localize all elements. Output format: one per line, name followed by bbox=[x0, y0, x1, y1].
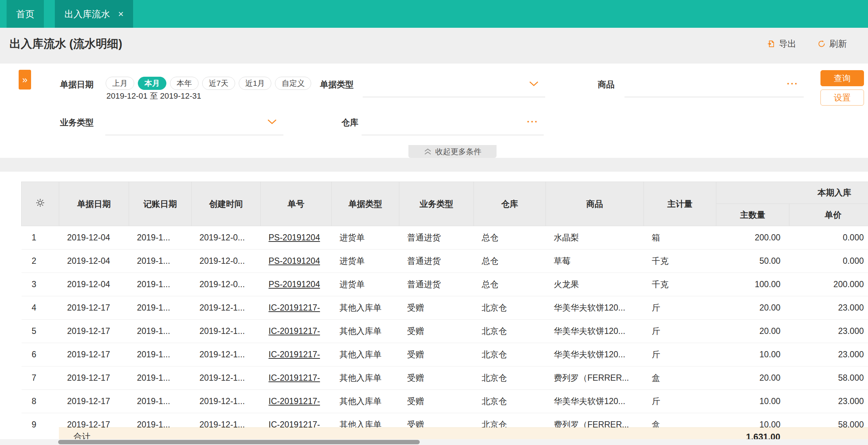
col-header-qty[interactable]: 主数量 bbox=[716, 204, 789, 226]
warehouse-input[interactable]: ··· bbox=[362, 116, 544, 135]
table-row: 62019-12-172019-1...2019-12-1...IC-20191… bbox=[22, 343, 868, 366]
drawer-collapse-button[interactable]: » bbox=[19, 70, 31, 90]
chevron-down-icon bbox=[529, 81, 539, 86]
warehouse-cell: 北京仓 bbox=[474, 320, 546, 343]
doc-no-link[interactable]: IC-20191217- bbox=[269, 373, 320, 383]
doc-date-cell: 2019-12-17 bbox=[59, 390, 129, 413]
doc-no-link[interactable]: IC-20191217- bbox=[269, 350, 320, 359]
more-ellipsis-icon[interactable]: ··· bbox=[787, 78, 799, 90]
create-time-cell: 2019-12-1... bbox=[192, 320, 261, 343]
row-index: 5 bbox=[22, 320, 59, 343]
table-row: 72019-12-172019-1...2019-12-1...IC-20191… bbox=[22, 366, 868, 390]
biz-type-cell: 受赠 bbox=[399, 390, 474, 413]
unit-cell: 斤 bbox=[644, 390, 716, 413]
export-button[interactable]: 导出 bbox=[767, 38, 796, 50]
qty-cell: 20.00 bbox=[716, 366, 789, 390]
filter-panel: » 单据日期 上月 本月 本年 近7天 近1月 自定义 2019-12-01 至… bbox=[0, 64, 868, 158]
doc-no-link[interactable]: IC-20191217- bbox=[269, 303, 320, 312]
col-header-doc-date[interactable]: 单据日期 bbox=[59, 182, 129, 226]
doc-no-link[interactable]: IC-20191217- bbox=[269, 396, 320, 406]
doc-no-link[interactable]: PS-20191204 bbox=[269, 256, 320, 266]
product-cell: 草莓 bbox=[546, 250, 644, 273]
doc-type-cell: 进货单 bbox=[332, 226, 399, 250]
doc-type-label: 单据类型 bbox=[320, 79, 354, 90]
doc-date-cell: 2019-12-17 bbox=[59, 366, 129, 390]
warehouse-label: 仓库 bbox=[341, 117, 358, 128]
biz-type-label: 业务类型 bbox=[60, 117, 94, 128]
unit-cell: 千克 bbox=[644, 273, 716, 296]
date-filter-this-year[interactable]: 本年 bbox=[170, 77, 199, 90]
doc-no-cell: IC-20191217- bbox=[261, 366, 332, 390]
account-date-cell: 2019-1... bbox=[129, 390, 192, 413]
settings-button[interactable]: 设置 bbox=[820, 90, 864, 106]
price-cell: 23.000 bbox=[789, 320, 868, 343]
column-settings-button[interactable] bbox=[22, 182, 59, 226]
product-cell: 华美华夫软饼120... bbox=[546, 296, 644, 320]
flow-table: 单据日期 记账日期 创建时间 单号 单据类型 业务类型 仓库 商品 主计量 本期… bbox=[21, 182, 868, 437]
price-cell: 23.000 bbox=[789, 296, 868, 320]
more-ellipsis-icon[interactable]: ··· bbox=[527, 116, 539, 128]
date-filter-custom[interactable]: 自定义 bbox=[275, 77, 311, 90]
col-header-created[interactable]: 创建时间 bbox=[192, 182, 261, 226]
tab-home[interactable]: 首页 bbox=[7, 0, 44, 28]
product-cell: 华美华夫软饼120... bbox=[546, 320, 644, 343]
double-chevron-right-icon: » bbox=[22, 74, 27, 85]
title-actions: 导出 刷新 bbox=[767, 38, 847, 50]
tab-bar: 首页 出入库流水 × bbox=[0, 0, 868, 28]
biz-type-cell: 普通进货 bbox=[399, 250, 474, 273]
doc-no-link[interactable]: IC-20191217- bbox=[269, 326, 320, 336]
col-header-unit[interactable]: 主计量 bbox=[644, 182, 716, 226]
col-header-warehouse[interactable]: 仓库 bbox=[474, 182, 546, 226]
row-index: 8 bbox=[22, 390, 59, 413]
refresh-icon bbox=[818, 40, 826, 48]
table-row: 22019-12-042019-1...2019-12-0...PS-20191… bbox=[22, 250, 868, 273]
date-range-value[interactable]: 2019-12-01 至 2019-12-31 bbox=[106, 91, 201, 102]
refresh-button[interactable]: 刷新 bbox=[818, 38, 847, 50]
col-header-account-date[interactable]: 记账日期 bbox=[129, 182, 192, 226]
title-bar: 出入库流水 (流水明细) 导出 刷新 bbox=[0, 28, 868, 60]
product-input[interactable]: ··· bbox=[624, 78, 804, 97]
product-cell: 水晶梨 bbox=[546, 226, 644, 250]
unit-cell: 千克 bbox=[644, 250, 716, 273]
col-header-product[interactable]: 商品 bbox=[546, 182, 644, 226]
date-filter-last-month[interactable]: 上月 bbox=[106, 77, 134, 90]
price-cell: 200.000 bbox=[789, 273, 868, 296]
create-time-cell: 2019-12-1... bbox=[192, 296, 261, 320]
col-header-biz-type[interactable]: 业务类型 bbox=[399, 182, 474, 226]
date-filter-1month[interactable]: 近1月 bbox=[239, 77, 272, 90]
warehouse-cell: 北京仓 bbox=[474, 366, 546, 390]
horizontal-scrollbar-track bbox=[0, 439, 868, 445]
col-header-doc-no[interactable]: 单号 bbox=[261, 182, 332, 226]
biz-type-select[interactable] bbox=[105, 116, 283, 135]
col-header-doc-type[interactable]: 单据类型 bbox=[332, 182, 399, 226]
doc-type-select[interactable] bbox=[363, 78, 545, 97]
close-icon[interactable]: × bbox=[118, 9, 124, 19]
doc-no-link[interactable]: PS-20191204 bbox=[269, 233, 320, 242]
date-quick-filters: 上月 本月 本年 近7天 近1月 自定义 bbox=[106, 77, 311, 90]
create-time-cell: 2019-12-1... bbox=[192, 366, 261, 390]
table-card: 单据日期 记账日期 创建时间 单号 单据类型 业务类型 仓库 商品 主计量 本期… bbox=[0, 172, 868, 445]
qty-cell: 10.00 bbox=[716, 390, 789, 413]
create-time-cell: 2019-12-1... bbox=[192, 390, 261, 413]
qty-cell: 200.00 bbox=[716, 226, 789, 250]
unit-cell: 斤 bbox=[644, 296, 716, 320]
table-row: 42019-12-172019-1...2019-12-1...IC-20191… bbox=[22, 296, 868, 320]
refresh-label: 刷新 bbox=[829, 38, 847, 50]
warehouse-cell: 总仓 bbox=[474, 226, 546, 250]
date-filter-this-month[interactable]: 本月 bbox=[138, 77, 166, 90]
table-row: 82019-12-172019-1...2019-12-1...IC-20191… bbox=[22, 390, 868, 413]
account-date-cell: 2019-1... bbox=[129, 273, 192, 296]
horizontal-scrollbar-thumb[interactable] bbox=[58, 440, 420, 444]
col-header-price[interactable]: 单价 bbox=[789, 204, 868, 226]
row-index: 7 bbox=[22, 366, 59, 390]
chevron-down-icon bbox=[267, 119, 277, 124]
tab-inout-flow[interactable]: 出入库流水 × bbox=[55, 0, 133, 28]
qty-cell: 10.00 bbox=[716, 343, 789, 366]
row-index: 2 bbox=[22, 250, 59, 273]
doc-no-link[interactable]: PS-20191204 bbox=[269, 279, 320, 289]
query-button[interactable]: 查询 bbox=[820, 70, 864, 86]
collapse-more-button[interactable]: 收起更多条件 bbox=[408, 145, 497, 158]
qty-cell: 50.00 bbox=[716, 250, 789, 273]
doc-no-cell: IC-20191217- bbox=[261, 390, 332, 413]
date-filter-7days[interactable]: 近7天 bbox=[202, 77, 235, 90]
